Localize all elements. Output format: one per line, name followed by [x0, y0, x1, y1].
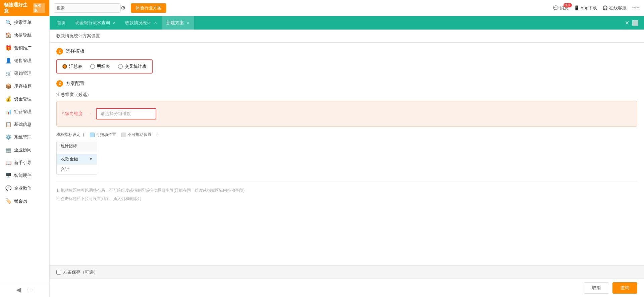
- topbar: ▼ ⚙ 体验行业方案 💬 消息 99+ 📱 App下载 🎧 在线客服 张三: [50, 0, 644, 16]
- sidebar-item-guide[interactable]: 📖 新手引导: [0, 156, 49, 169]
- radio-summary[interactable]: 汇总表: [62, 63, 82, 69]
- sidebar-item-label: 库存核算: [14, 83, 32, 89]
- dimension-row-label: 纵向维度: [62, 111, 83, 117]
- page-body: 1 选择模板 汇总表 明细表 交叉统计表: [50, 43, 644, 265]
- tab-bank-flow[interactable]: 现金银行流水查询 ✕: [70, 16, 120, 30]
- tag-icon: 🏷️: [5, 198, 11, 204]
- search-input[interactable]: [54, 3, 121, 13]
- save-checkbox[interactable]: [56, 270, 61, 275]
- sidebar-item-sales[interactable]: 👤 销售管理: [0, 54, 49, 67]
- tab-collection-close-icon[interactable]: ✕: [154, 21, 157, 25]
- tab-new-plan-close-icon[interactable]: ✕: [186, 21, 190, 25]
- sidebar-item-wechat[interactable]: 💬 企业微信: [0, 182, 49, 195]
- dimension-select[interactable]: 请选择分组维度: [96, 108, 156, 119]
- tab-collection-stats-label: 收款情况统计: [125, 20, 151, 26]
- sidebar-item-search-menu[interactable]: 🔍 搜索菜单: [0, 16, 49, 29]
- gift-icon: 🎁: [5, 45, 11, 51]
- step1-header: 1 选择模板: [56, 48, 637, 55]
- dimension-config: 汇总维度（必选） 纵向维度 → 请选择分组维度: [56, 92, 637, 127]
- sidebar: 畅捷通好生意 标准版 🔍 搜索菜单 🏠 快捷导航 🎁 营销推广 👤 销售管理 🛒…: [0, 0, 50, 297]
- tab-new-plan-label: 新建方案: [166, 20, 184, 26]
- sidebar-item-basic-info[interactable]: 📋 基础信息: [0, 118, 49, 131]
- service-label: 在线客服: [609, 5, 627, 11]
- sidebar-item-label: 搜索菜单: [14, 19, 32, 26]
- radio-summary-label: 汇总表: [69, 63, 82, 69]
- service-item[interactable]: 🎧 在线客服: [602, 5, 627, 11]
- metrics-header-row[interactable]: 收款金额 ▼: [57, 154, 97, 164]
- legend-movable-label: 可拖动位置: [96, 132, 116, 138]
- box-icon: 📦: [5, 83, 11, 89]
- close-win-icon[interactable]: ✕: [625, 20, 629, 26]
- dimension-arrow-icon: →: [87, 111, 92, 117]
- tab-new-plan[interactable]: 新建方案 ✕: [162, 16, 194, 30]
- user-name[interactable]: 张三: [632, 5, 640, 11]
- message-badge: 99+: [564, 3, 572, 7]
- sidebar-item-finance[interactable]: 💰 资金管理: [0, 93, 49, 105]
- radio-cross-input[interactable]: [118, 64, 123, 69]
- sidebar-item-quick-nav[interactable]: 🏠 快捷导航: [0, 29, 49, 42]
- search-icon: 🔍: [5, 19, 11, 26]
- gear-icon: ⚙️: [5, 134, 11, 140]
- radio-detail-label: 明细表: [97, 63, 110, 69]
- sidebar-item-label: 智能硬件: [14, 172, 32, 179]
- save-label: 方案保存（可选）: [63, 269, 98, 275]
- dimension-title: 汇总维度（必选）: [56, 92, 637, 98]
- cart-icon: 🛒: [5, 70, 11, 77]
- sidebar-item-cooperation[interactable]: 🏢 企业协同: [0, 144, 49, 156]
- sidebar-item-hardware[interactable]: 🖥️ 智能硬件: [0, 169, 49, 182]
- tab-bank-flow-close-icon[interactable]: ✕: [113, 21, 116, 25]
- tab-home[interactable]: 首页: [52, 16, 70, 30]
- radio-summary-input[interactable]: [62, 64, 67, 69]
- cancel-button[interactable]: 取消: [584, 282, 609, 294]
- maximize-win-icon[interactable]: ⬜: [632, 20, 639, 26]
- step2-section: 2 方案配置 汇总维度（必选） 纵向维度 → 请选择分组维度: [56, 80, 637, 202]
- trial-button[interactable]: 体验行业方案: [131, 3, 166, 13]
- chat-icon: 💬: [5, 185, 11, 191]
- dimension-row: 纵向维度 → 请选择分组维度: [62, 108, 632, 119]
- download-item[interactable]: 📱 App下载: [574, 5, 597, 11]
- sidebar-settings-icon[interactable]: ⋯: [26, 286, 33, 294]
- query-button[interactable]: 查询: [612, 282, 637, 294]
- sidebar-item-marketing[interactable]: 🎁 营销推广: [0, 42, 49, 54]
- sidebar-item-inventory[interactable]: 📦 库存核算: [0, 80, 49, 93]
- tips-section: 1. 拖动标题栏可以调整布局，不可跨维度或指标区域拖动栏目字段(只能在同一维度或…: [56, 182, 637, 202]
- sidebar-item-purchase[interactable]: 🛒 采购管理: [0, 67, 49, 80]
- template-selector: 汇总表 明细表 交叉统计表: [56, 59, 153, 73]
- download-icon: 📱: [574, 5, 579, 10]
- step1-section: 1 选择模板 汇总表 明细表 交叉统计表: [56, 48, 637, 73]
- step2-number: 2: [56, 80, 63, 87]
- message-icon: 💬: [553, 5, 558, 10]
- sidebar-item-operations[interactable]: 📊 经营管理: [0, 105, 49, 118]
- service-icon: 🎧: [602, 5, 608, 10]
- tab-collection-stats[interactable]: 收款情况统计 ✕: [120, 16, 162, 30]
- footer-actions: 取消 查询: [584, 282, 637, 294]
- sidebar-item-label: 采购管理: [14, 70, 32, 77]
- radio-detail-input[interactable]: [90, 64, 95, 69]
- main-area: ▼ ⚙ 体验行业方案 💬 消息 99+ 📱 App下载 🎧 在线客服 张三 首页: [50, 0, 644, 297]
- sidebar-item-system[interactable]: ⚙️ 系统管理: [0, 131, 49, 144]
- message-item[interactable]: 💬 消息 99+: [553, 5, 569, 11]
- radio-detail[interactable]: 明细表: [90, 63, 110, 69]
- metrics-header-chevron-icon[interactable]: ▼: [89, 157, 93, 161]
- radio-cross[interactable]: 交叉统计表: [118, 63, 147, 69]
- window-controls: ✕ ⬜: [625, 20, 641, 26]
- monitor-icon: 🖥️: [5, 172, 11, 179]
- breadcrumb-text: 收款情况统计方案设置: [56, 33, 100, 38]
- metrics-total-label: 合计: [61, 167, 69, 172]
- app-version: 标准版: [33, 3, 45, 13]
- chart-icon: 📊: [5, 109, 11, 115]
- legend-close-paren: ）: [157, 132, 161, 138]
- tab-bank-flow-label: 现金银行流水查询: [75, 20, 110, 26]
- movable-indicator: [90, 133, 95, 137]
- settings-icon[interactable]: ⚙: [121, 5, 125, 11]
- sidebar-item-label: 企业微信: [14, 185, 32, 191]
- metrics-legend: 模板指标设定（ 可拖动位置 不可拖动位置 ）: [56, 132, 637, 138]
- sidebar-item-label: 系统管理: [14, 134, 32, 140]
- step2-header: 2 方案配置: [56, 80, 637, 87]
- sidebar-collapse-icon[interactable]: ◀: [16, 286, 21, 294]
- money-icon: 💰: [5, 96, 11, 102]
- save-checkbox-label[interactable]: 方案保存（可选）: [56, 269, 637, 275]
- metrics-total-row: 合计: [57, 164, 97, 175]
- sidebar-item-label: 营销推广: [14, 45, 32, 51]
- sidebar-item-member[interactable]: 🏷️ 畅会员: [0, 195, 49, 207]
